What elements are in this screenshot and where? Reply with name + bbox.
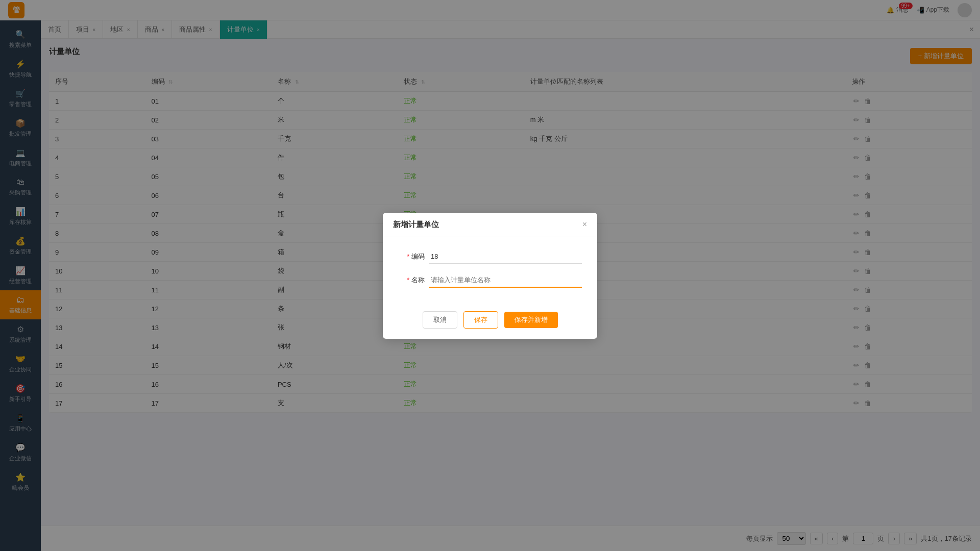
save-and-new-button[interactable]: 保存并新增 — [504, 312, 558, 328]
name-label: * 名称 — [398, 276, 429, 285]
modal-footer: 取消 保存 保存并新增 — [383, 305, 597, 339]
code-label: * 编码 — [398, 252, 429, 261]
required-mark-code: * — [407, 253, 409, 260]
form-row-name: * 名称 — [398, 273, 582, 288]
modal-close-button[interactable]: × — [582, 220, 587, 229]
cancel-button[interactable]: 取消 — [423, 311, 457, 329]
required-mark-name: * — [407, 276, 409, 284]
modal-body: * 编码 * 名称 — [383, 237, 597, 305]
modal-header: 新增计量单位 × — [383, 213, 597, 237]
modal-overlay[interactable]: 新增计量单位 × * 编码 * 名称 取消 保存 保存并新增 — [0, 0, 980, 551]
name-input[interactable] — [429, 273, 582, 288]
form-row-code: * 编码 — [398, 249, 582, 264]
save-button[interactable]: 保存 — [463, 311, 498, 329]
code-input[interactable] — [429, 249, 582, 264]
modal-title: 新增计量单位 — [393, 220, 439, 230]
add-unit-modal: 新增计量单位 × * 编码 * 名称 取消 保存 保存并新增 — [383, 213, 597, 339]
